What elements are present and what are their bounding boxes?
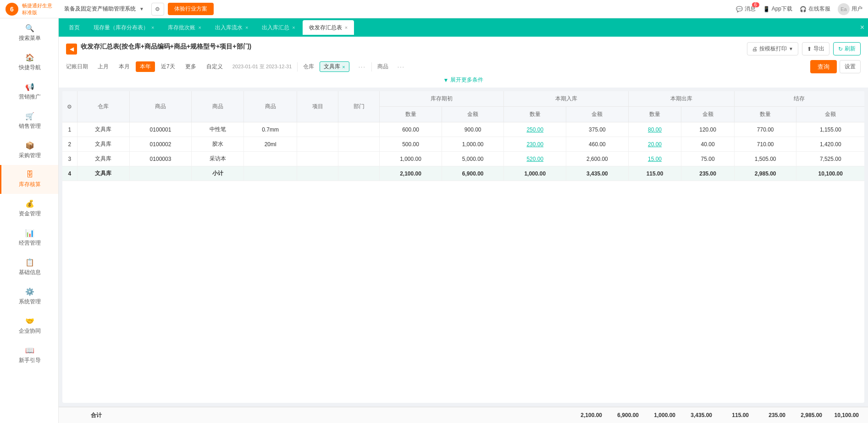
online-service-btn[interactable]: 🎧 在线客服	[800, 5, 830, 13]
app-download-btn[interactable]: 📱 App下载	[763, 5, 792, 13]
sidebar-item-basic-info[interactable]: 📋 基础信息	[0, 253, 58, 282]
row-cell[interactable]: 15.00	[628, 152, 681, 166]
guide-icon: 📖	[25, 346, 34, 355]
date-btn-this-month[interactable]: 本月	[115, 61, 134, 72]
tab-close-batch-account[interactable]: ×	[198, 25, 201, 30]
content-area: 首页 现存量（库存分布表） × 库存批次账 × 出入库流水 × 出入库汇总 ×	[59, 18, 868, 423]
logo-text: 畅捷通好生意 标准版	[22, 2, 52, 16]
date-btn-last-month[interactable]: 上月	[94, 61, 113, 72]
main-layout: 🔍 搜索菜单 🏠 快捷导航 📢 营销推广 🛒 销售管理 📦 采购管理 🗄	[0, 18, 868, 423]
sidebar-item-finance[interactable]: 💰 资金管理	[0, 194, 58, 223]
tab-in-out-summary[interactable]: 出入库汇总 ×	[255, 20, 301, 35]
date-btn-custom[interactable]: 自定义	[202, 61, 227, 72]
query-settings-area: 查询 设置	[810, 60, 861, 73]
settings-icon-btn[interactable]: ⚙	[151, 3, 164, 16]
sidebar-item-system[interactable]: ⚙️ 系统管理	[0, 282, 58, 311]
row-cell	[338, 122, 380, 137]
date-shortcuts: 上月 本月 本年 近7天 更多 自定义	[94, 61, 227, 72]
data-table: ⚙ 仓库 商品 商品 商品 项目 部门 库存期初 本期入库 本期出库	[62, 91, 864, 181]
tab-close-stock-dist[interactable]: ×	[151, 25, 154, 30]
row-cell: 文具库	[77, 166, 129, 181]
tab-close-recv-send[interactable]: ×	[345, 25, 348, 30]
tab-close-in-out-flow[interactable]: ×	[245, 25, 248, 30]
row-cell[interactable]: 20.00	[628, 137, 681, 152]
sidebar-item-operations[interactable]: 📊 经营管理	[0, 223, 58, 253]
page-title: 收发存汇总表(按仓库+商品编码+商品+规格型号+项目+部门)	[81, 43, 251, 51]
sidebar-item-marketing[interactable]: 📢 营销推广	[0, 77, 58, 106]
tab-batch-account[interactable]: 库存批次账 ×	[161, 20, 207, 35]
settings-button[interactable]: 设置	[840, 60, 861, 73]
table-body: 1文具库0100001中性笔0.7mm600.00900.00250.00375…	[62, 122, 864, 181]
date-btn-more[interactable]: 更多	[181, 61, 200, 72]
tab-in-out-flow[interactable]: 出入库流水 ×	[209, 20, 254, 35]
date-btn-7days[interactable]: 近7天	[157, 61, 179, 72]
col-settings-header: ⚙	[62, 91, 77, 122]
export-button[interactable]: ⬆ 导出	[802, 42, 829, 55]
row-cell: 小计	[192, 166, 244, 181]
goods-filter-dots[interactable]: ···	[398, 64, 405, 70]
total-out-qty: 115.00	[717, 412, 753, 418]
messages-btn[interactable]: 💬 消息 6	[736, 5, 756, 13]
warehouse-label: 仓库	[303, 63, 314, 71]
tab-close-in-out-summary[interactable]: ×	[292, 25, 295, 30]
sidebar-item-guide[interactable]: 📖 新手引导	[0, 341, 58, 370]
print-button[interactable]: 🖨 按模板打印 ▼	[747, 42, 798, 55]
system-dropdown[interactable]: ▼	[139, 6, 144, 11]
top-bar: 6 畅捷通好生意 标准版 装备及固定资产辅助管理系统 ▼ ⚙ 体验行业方案 💬 …	[0, 0, 868, 18]
tab-bar-close-icon[interactable]: ×	[860, 23, 864, 32]
row-cell: 1,000.00	[504, 166, 566, 181]
row-cell[interactable]: 80.00	[628, 122, 681, 137]
row-cell: 900.00	[442, 122, 504, 137]
trial-button[interactable]: 体验行业方案	[168, 3, 214, 15]
sidebar-item-search[interactable]: 🔍 搜索菜单	[0, 18, 58, 48]
col-spec-header: 商品	[244, 91, 297, 122]
filter-row-1: 记账日期 上月 本月 本年 近7天 更多 自定义 2023-01-01 至 20…	[66, 60, 861, 73]
row-cell[interactable]: 520.00	[504, 152, 566, 166]
sidebar-item-enterprise[interactable]: 🤝 企业协同	[0, 311, 58, 341]
row-cell: 中性笔	[192, 122, 244, 137]
tab-recv-send-summary[interactable]: 收发存汇总表 ×	[303, 20, 354, 35]
row-cell[interactable]: 250.00	[504, 122, 566, 137]
table-group-header-row: ⚙ 仓库 商品 商品 商品 项目 部门 库存期初 本期入库 本期出库	[62, 91, 864, 107]
expand-conditions-btn[interactable]: ▼ 展开更多条件	[443, 76, 484, 84]
date-range: 2023-01-01 至 2023-12-31	[232, 63, 292, 70]
row-cell	[297, 152, 338, 166]
print-icon: 🖨	[752, 46, 757, 52]
row-cell: 1,420.00	[796, 137, 864, 152]
col-out-qty-header: 数量	[628, 107, 681, 122]
row-cell[interactable]: 230.00	[504, 137, 566, 152]
col-closing-header: 结存	[734, 91, 864, 107]
user-btn[interactable]: Ea 用户	[838, 3, 862, 15]
refresh-button[interactable]: ↻ 刷新	[833, 42, 861, 55]
warehouse-tag-close[interactable]: ×	[342, 64, 345, 70]
sidebar-item-sales[interactable]: 🛒 销售管理	[0, 106, 58, 136]
toolbar-right: 🖨 按模板打印 ▼ ⬆ 导出 ↻ 刷新	[747, 42, 861, 55]
col-out-amount-header: 金额	[681, 107, 735, 122]
expand-icon: ▼	[443, 77, 449, 83]
tab-home[interactable]: 首页	[62, 20, 86, 35]
row-cell: 2,600.00	[566, 152, 629, 166]
total-bar: 合计 2,100.00 6,900.00 1,000.00 3,435.00 1…	[59, 407, 868, 423]
row-cell	[244, 166, 297, 181]
logo-icon: 6	[6, 3, 18, 16]
system-icon: ⚙️	[25, 287, 34, 296]
row-cell: 文具库	[77, 122, 129, 137]
warehouse-filter-dots[interactable]: ···	[359, 64, 366, 70]
operations-icon: 📊	[25, 229, 34, 237]
query-button[interactable]: 查询	[810, 60, 837, 73]
row-cell	[297, 122, 338, 137]
sidebar-item-purchase[interactable]: 📦 采购管理	[0, 136, 58, 165]
table-container: ⚙ 仓库 商品 商品 商品 项目 部门 库存期初 本期入库 本期出库	[59, 91, 868, 423]
collapse-btn[interactable]: ◀	[66, 44, 77, 55]
inventory-icon: 🗄	[26, 170, 33, 179]
row-cell	[338, 152, 380, 166]
row-cell: 115.00	[628, 166, 681, 181]
data-table-wrapper: ⚙ 仓库 商品 商品 商品 项目 部门 库存期初 本期入库 本期出库	[62, 91, 864, 403]
sidebar-item-quick-nav[interactable]: 🏠 快捷导航	[0, 48, 58, 77]
sidebar-item-inventory[interactable]: 🗄 库存核算	[0, 165, 58, 194]
date-btn-this-year[interactable]: 本年	[136, 61, 155, 72]
row-seq: 4	[62, 166, 77, 181]
tab-stock-dist[interactable]: 现存量（库存分布表） ×	[87, 20, 160, 35]
total-opening-qty: 2,100.00	[570, 412, 607, 418]
export-icon: ⬆	[807, 46, 812, 52]
